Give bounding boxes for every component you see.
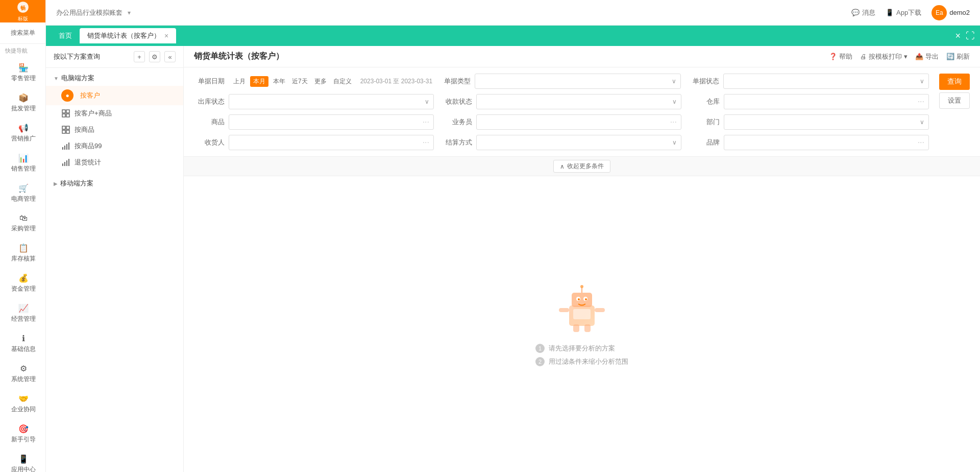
settlement-input[interactable]: ∨ — [476, 135, 681, 150]
sidebar-item-retail[interactable]: 🏪 零售管理 — [0, 58, 45, 88]
mobile-group-expand-icon: ▶ — [54, 181, 58, 186]
scheme-by-product-99-label: 按商品99 — [75, 141, 102, 151]
collection-status-input[interactable]: ∨ — [476, 94, 681, 109]
empty-tip-2: 2 用过滤条件来缩小分析范围 — [535, 357, 628, 366]
collapse-area: ∧ 收起更多条件 — [184, 157, 980, 176]
out-status-input[interactable]: ∨ — [229, 94, 434, 109]
scheme-header-title: 按以下方案查询 — [54, 52, 130, 61]
page-title: 销货单统计表（按客户） — [194, 51, 284, 62]
sidebar-item-app-center[interactable]: 📱 应用中心 — [0, 449, 45, 472]
scheme-by-customer-product[interactable]: 按客户+商品 — [46, 105, 183, 122]
filter-item-collection-status: 收款状态 ∨ — [442, 94, 681, 109]
avatar-initials: Ea — [936, 9, 943, 16]
out-status-label: 出库状态 — [194, 97, 225, 106]
product-99-icon — [61, 141, 70, 151]
sidebar-item-ecommerce[interactable]: 🛒 电商管理 — [0, 178, 45, 208]
customer-product-icon — [61, 109, 70, 118]
app-download-btn[interactable]: 📱 App下载 — [886, 8, 921, 17]
date-shortcut-current-month[interactable]: 本月 — [250, 76, 268, 87]
date-shortcut-custom[interactable]: 自定义 — [331, 76, 354, 87]
receiver-input[interactable]: ··· — [229, 135, 434, 150]
filter-row-4: 收货人 ··· 结算方式 ∨ — [194, 135, 929, 150]
date-shortcut-last-month[interactable]: 上月 — [231, 76, 248, 87]
app-download-label: App下载 — [896, 8, 921, 17]
print-btn[interactable]: 🖨 按模板打印 ▾ — [860, 52, 908, 61]
department-input[interactable]: ∨ — [724, 114, 929, 130]
sidebar-item-label-finance: 资金管理 — [11, 285, 36, 293]
date-shortcut-7days[interactable]: 近7天 — [290, 76, 310, 87]
collection-status-label: 收款状态 — [442, 97, 472, 106]
header-left: 办公用品行业模拟账套 ▾ — [56, 8, 131, 17]
sidebar-item-collaboration[interactable]: 🤝 企业协同 — [0, 389, 45, 419]
scheme-collapse-btn[interactable]: « — [164, 51, 176, 62]
export-label: 导出 — [925, 52, 939, 61]
scheme-by-product-99[interactable]: 按商品99 — [46, 138, 183, 154]
sidebar-item-label-management: 经营管理 — [11, 315, 36, 323]
product-input[interactable]: ··· — [229, 114, 434, 130]
department-label: 部门 — [689, 117, 720, 127]
order-status-input[interactable]: ∨ — [723, 74, 929, 89]
main-area: 办公用品行业模拟账套 ▾ 💬 消息 📱 App下载 Ea demo2 首页 — [46, 0, 980, 472]
svg-rect-6 — [62, 126, 65, 129]
brand-label: 品牌 — [689, 138, 720, 147]
date-shortcut-more[interactable]: 更多 — [312, 76, 329, 87]
print-icon: 🖨 — [860, 53, 867, 60]
tab-close-icon[interactable]: × — [164, 32, 168, 39]
export-btn[interactable]: 📤 导出 — [915, 52, 939, 61]
scheme-by-customer[interactable]: ● 按客户 — [46, 86, 183, 105]
sidebar-item-finance[interactable]: 💰 资金管理 — [0, 268, 45, 298]
refresh-btn[interactable]: 🔄 刷新 — [946, 52, 970, 61]
export-icon: 📤 — [915, 53, 923, 60]
svg-rect-13 — [68, 143, 69, 150]
help-btn[interactable]: ❓ 帮助 — [829, 52, 852, 61]
svg-point-25 — [580, 285, 583, 288]
message-btn[interactable]: 💬 消息 — [851, 8, 875, 17]
scheme-by-product[interactable]: 按商品 — [46, 122, 183, 138]
collapse-more-conditions-btn[interactable]: ∧ 收起更多条件 — [553, 160, 610, 173]
sidebar-item-label-collaboration: 企业协同 — [11, 405, 36, 414]
purchase-icon: 🛍 — [19, 214, 28, 223]
tab-sales-stats[interactable]: 销货单统计表（按客户） × — [80, 28, 176, 43]
sidebar-item-wholesale[interactable]: 📦 批发管理 — [0, 88, 45, 118]
app-download-icon: 📱 — [886, 9, 894, 16]
sidebar-item-basic-info[interactable]: ℹ 基础信息 — [0, 328, 45, 359]
sidebar-item-sales[interactable]: 📊 销售管理 — [0, 148, 45, 178]
query-button[interactable]: 查询 — [939, 74, 970, 90]
scheme-group-mobile-header[interactable]: ▶ 移动端方案 — [46, 176, 183, 191]
sidebar-item-purchase[interactable]: 🛍 采购管理 — [0, 208, 45, 238]
scheme-add-btn[interactable]: + — [134, 51, 145, 62]
scheme-by-customer-product-label: 按客户+商品 — [75, 109, 112, 118]
filter-row-3: 商品 ··· 业务员 ··· — [194, 114, 929, 130]
warehouse-input[interactable]: ··· — [724, 94, 929, 109]
salesperson-input[interactable]: ··· — [476, 114, 681, 130]
filter-area: 单据日期 上月 本月 本年 近7天 更多 自定义 2023-03-01 至 20… — [184, 67, 980, 157]
sidebar-item-label-marketing: 营销推广 — [11, 134, 36, 143]
sidebar-item-label-sales: 销售管理 — [11, 164, 36, 173]
user-profile-btn[interactable]: Ea demo2 — [932, 5, 970, 20]
company-dropdown-icon[interactable]: ▾ — [128, 9, 131, 16]
return-stats-icon — [61, 158, 70, 167]
sidebar-item-system[interactable]: ⚙ 系统管理 — [0, 359, 45, 389]
tab-maximize-btn[interactable]: ⛶ — [966, 31, 975, 41]
tab-minimize-btn[interactable]: × — [955, 31, 961, 41]
sidebar-item-marketing[interactable]: 📢 营销推广 — [0, 118, 45, 148]
scheme-settings-btn[interactable]: ⚙ — [149, 51, 160, 62]
order-type-input[interactable]: ∨ — [475, 74, 680, 89]
logo-icon: 畅 — [14, 0, 32, 14]
sidebar-item-newbie[interactable]: 🎯 新手引导 — [0, 419, 45, 449]
brand-input[interactable]: ··· — [724, 135, 929, 150]
collection-status-chevron: ∨ — [672, 98, 677, 105]
scheme-group-desktop-header[interactable]: ▼ 电脑端方案 — [46, 70, 183, 86]
sidebar-item-label-wholesale: 批发管理 — [11, 104, 36, 113]
filter-settings-button[interactable]: 设置 — [939, 92, 970, 109]
quick-nav-label: 快捷导航 — [0, 44, 45, 58]
page-actions: ❓ 帮助 🖨 按模板打印 ▾ 📤 导出 🔄 刷新 — [829, 52, 970, 61]
search-menu-button[interactable]: 搜索菜单 — [5, 27, 40, 39]
sidebar-item-management[interactable]: 📈 经营管理 — [0, 298, 45, 328]
scheme-return-stats[interactable]: 退货统计 — [46, 154, 183, 171]
sidebar-item-label-newbie: 新手引导 — [11, 435, 36, 444]
date-shortcut-year[interactable]: 本年 — [271, 76, 287, 87]
sidebar-item-inventory[interactable]: 📋 库存核算 — [0, 238, 45, 268]
tab-home[interactable]: 首页 — [51, 28, 80, 43]
username-label: demo2 — [949, 9, 970, 16]
